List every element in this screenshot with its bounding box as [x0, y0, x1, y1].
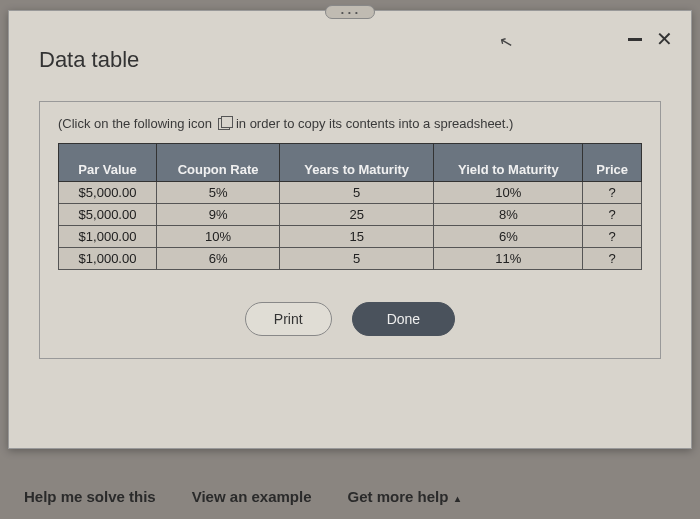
window-controls: ✕ — [628, 29, 673, 49]
cell: 15 — [280, 226, 434, 248]
col-years-maturity: Years to Maturity — [280, 144, 434, 182]
cell: 5% — [157, 182, 280, 204]
content-box: (Click on the following icon in order to… — [39, 101, 661, 359]
col-yield-maturity: Yield to Maturity — [434, 144, 583, 182]
cell: 5 — [280, 248, 434, 270]
cell: 9% — [157, 204, 280, 226]
footer-links: Help me solve this View an example Get m… — [24, 488, 676, 505]
cell: 11% — [434, 248, 583, 270]
cell: $5,000.00 — [59, 204, 157, 226]
col-par-value: Par Value — [59, 144, 157, 182]
col-price: Price — [583, 144, 642, 182]
data-table-modal: • • • ✕ ↖ Data table (Click on the follo… — [8, 10, 692, 449]
minimize-button[interactable] — [628, 38, 642, 41]
cell: 6% — [157, 248, 280, 270]
button-row: Print Done — [58, 302, 642, 336]
cell: $1,000.00 — [59, 248, 157, 270]
cell: ? — [583, 204, 642, 226]
cell: $5,000.00 — [59, 182, 157, 204]
table-row: $5,000.00 5% 5 10% ? — [59, 182, 642, 204]
cell: ? — [583, 248, 642, 270]
col-coupon-rate: Coupon Rate — [157, 144, 280, 182]
table-row: $1,000.00 10% 15 6% ? — [59, 226, 642, 248]
print-button[interactable]: Print — [245, 302, 332, 336]
modal-title: Data table — [9, 11, 691, 83]
cell: 25 — [280, 204, 434, 226]
copy-icon[interactable] — [218, 118, 230, 130]
cell: 10% — [434, 182, 583, 204]
cell: $1,000.00 — [59, 226, 157, 248]
cell: 8% — [434, 204, 583, 226]
get-more-help-label: Get more help — [348, 488, 449, 505]
cell: 6% — [434, 226, 583, 248]
table-row: $5,000.00 9% 25 8% ? — [59, 204, 642, 226]
instruction-text: (Click on the following icon in order to… — [58, 116, 642, 131]
close-icon[interactable]: ✕ — [656, 29, 673, 49]
caret-up-icon: ▴ — [455, 493, 460, 504]
view-example-link[interactable]: View an example — [192, 488, 312, 505]
instruction-pre: (Click on the following icon — [58, 116, 212, 131]
cell: 5 — [280, 182, 434, 204]
table-row: $1,000.00 6% 5 11% ? — [59, 248, 642, 270]
get-more-help-link[interactable]: Get more help ▴ — [348, 488, 460, 505]
help-solve-link[interactable]: Help me solve this — [24, 488, 156, 505]
drag-handle[interactable]: • • • — [325, 5, 375, 19]
cell: 10% — [157, 226, 280, 248]
cell: ? — [583, 226, 642, 248]
data-table: Par Value Coupon Rate Years to Maturity … — [58, 143, 642, 270]
instruction-post: in order to copy its contents into a spr… — [236, 116, 514, 131]
cell: ? — [583, 182, 642, 204]
done-button[interactable]: Done — [352, 302, 455, 336]
